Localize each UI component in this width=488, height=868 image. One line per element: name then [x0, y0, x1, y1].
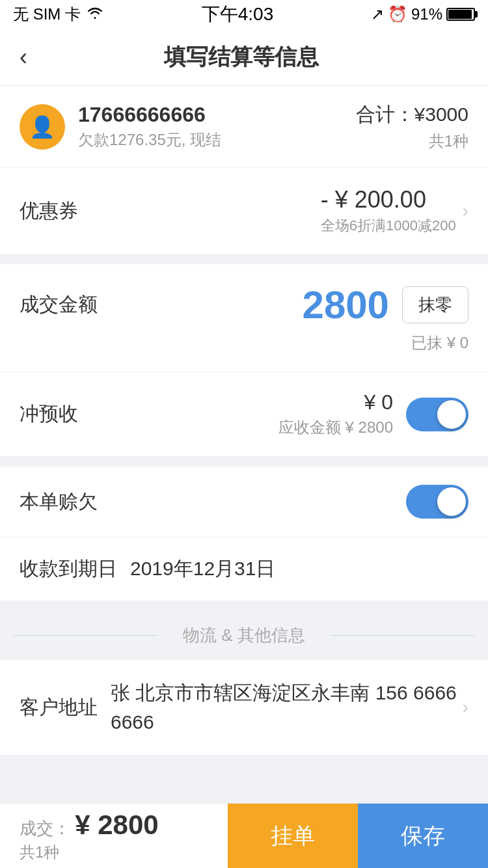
- bendan-label: 本单赊欠: [20, 489, 98, 515]
- battery-icon: [446, 8, 475, 21]
- address-chevron-icon: ›: [463, 697, 468, 718]
- status-right: ↗ ⏰ 91%: [371, 5, 475, 23]
- header: ‹ 填写结算等信息: [0, 29, 488, 86]
- date-value: 2019年12月31日: [130, 556, 275, 582]
- chong-sub: 应收金额 ¥ 2800: [278, 417, 393, 438]
- save-button[interactable]: 保存: [358, 804, 488, 869]
- coupon-row[interactable]: 优惠券 - ¥ 200.00 全场6折满1000减200 ›: [0, 167, 488, 254]
- coupon-info: - ¥ 200.00 全场6折满1000减200: [321, 186, 456, 236]
- customer-row: 👤 17666666666 欠款1276.35元, 现结 合计：¥3000 共1…: [0, 86, 488, 167]
- deal-section: 成交金额 2800 抹零 已抹 ¥ 0: [0, 264, 488, 372]
- item-count: 共1种: [356, 131, 468, 152]
- toggle-knob: [437, 400, 466, 429]
- logistics-divider-row: 物流 & 其他信息: [0, 611, 488, 660]
- section-divider-2: [0, 456, 488, 467]
- customer-debt: 欠款1276.35元, 现结: [78, 129, 221, 150]
- customer-left: 👤 17666666666 欠款1276.35元, 现结: [20, 103, 221, 150]
- toggle-knob-2: [437, 487, 466, 516]
- chong-prereceive-row: 冲预收 ¥ 0 应收金额 ¥ 2800: [0, 372, 488, 456]
- coupon-right: - ¥ 200.00 全场6折满1000减200 ›: [321, 186, 468, 236]
- section-divider-3: [0, 601, 488, 611]
- customer-info: 17666666666 欠款1276.35元, 现结: [78, 103, 221, 150]
- total-label: 合计：: [356, 103, 414, 125]
- location-icon: ↗: [371, 5, 384, 23]
- address-label: 客户地址: [20, 694, 98, 721]
- back-button[interactable]: ‹: [20, 44, 27, 71]
- chong-toggle[interactable]: [406, 398, 468, 431]
- customer-right: 合计：¥3000 共1种: [356, 102, 468, 152]
- chong-amount-block: ¥ 0 应收金额 ¥ 2800: [278, 390, 393, 438]
- hang-order-button[interactable]: 挂单: [228, 804, 358, 869]
- bottom-deal-label: 成交：: [20, 819, 70, 838]
- deal-amount-row: 成交金额 2800 抹零: [20, 282, 468, 327]
- chong-right: ¥ 0 应收金额 ¥ 2800: [278, 390, 468, 438]
- status-time: 下午4:03: [202, 2, 274, 27]
- deal-right: 2800 抹零: [303, 282, 468, 327]
- avatar-icon: 👤: [29, 115, 55, 139]
- total-amount: 合计：¥3000: [356, 102, 468, 128]
- logistics-line-left: [13, 635, 157, 636]
- coupon-amount: - ¥ 200.00: [321, 186, 456, 213]
- date-label: 收款到期日: [20, 556, 117, 582]
- customer-phone: 17666666666: [78, 103, 221, 127]
- deal-sub-text: 已抹 ¥ 0: [20, 332, 468, 353]
- coupon-desc: 全场6折满1000减200: [321, 216, 456, 236]
- bendan-queqian-row: 本单赊欠: [0, 467, 488, 537]
- carrier-label: 无 SIM 卡: [13, 4, 81, 25]
- chong-label: 冲预收: [20, 401, 78, 427]
- bottom-left: 成交： ¥ 2800 共1种: [0, 809, 228, 863]
- battery-percent: 91%: [411, 5, 442, 23]
- bottom-amount: ¥ 2800: [75, 809, 158, 840]
- logistics-text: 物流 & 其他信息: [183, 624, 305, 647]
- deal-amount-label: 成交金额: [20, 292, 98, 318]
- logistics-line-right: [331, 635, 475, 636]
- round-zero-button[interactable]: 抹零: [402, 286, 468, 323]
- deal-amount-value: 2800: [303, 282, 389, 327]
- wifi-icon: [86, 5, 104, 23]
- bendan-toggle[interactable]: [406, 485, 468, 519]
- status-left: 无 SIM 卡: [13, 4, 104, 25]
- bottom-count: 共1种: [20, 842, 208, 863]
- chevron-right-icon: ›: [463, 200, 468, 221]
- bottom-bar: 成交： ¥ 2800 共1种 挂单 保存: [0, 803, 488, 868]
- alarm-icon: ⏰: [388, 5, 407, 23]
- status-bar: 无 SIM 卡 下午4:03 ↗ ⏰ 91%: [0, 0, 488, 29]
- total-value: ¥3000: [414, 103, 468, 125]
- avatar: 👤: [20, 104, 65, 150]
- coupon-label: 优惠券: [20, 198, 78, 224]
- section-divider-1: [0, 254, 488, 264]
- collection-date-row: 收款到期日 2019年12月31日: [0, 537, 488, 601]
- chong-amount: ¥ 0: [278, 390, 393, 414]
- address-value: 张 北京市市辖区海淀区永丰南 156 6666 6666: [111, 678, 463, 737]
- page-title: 填写结算等信息: [40, 42, 442, 72]
- address-row[interactable]: 客户地址 张 北京市市辖区海淀区永丰南 156 6666 6666 ›: [0, 660, 488, 755]
